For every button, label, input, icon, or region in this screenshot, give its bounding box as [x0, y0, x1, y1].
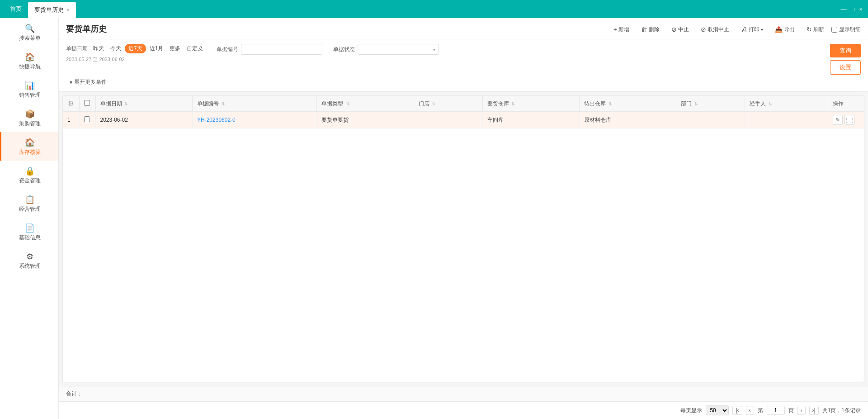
date-filter-buttons: 昨天 今天 近7天 近1月 更多 自定义 — [90, 44, 206, 53]
minimize-icon[interactable]: — — [841, 6, 847, 13]
top-bar: 首页 要货单历史 × — □ × — [0, 0, 868, 18]
home-tab-label: 首页 — [10, 5, 22, 13]
date-btn-7days[interactable]: 近7天 — [125, 44, 146, 53]
sidebar-item-label: 快捷导航 — [19, 63, 41, 71]
tab-active[interactable]: 要货单历史 × — [28, 2, 76, 18]
sidebar-item-label: 采购管理 — [19, 120, 41, 128]
print-label: 打印 — [749, 26, 760, 33]
toolbar: + 新增 🗑 删除 ⊘ 中止 ⊘ 取消中止 — [609, 24, 861, 35]
close-tab-icon[interactable]: × — [66, 7, 70, 13]
date-btn-today[interactable]: 今天 — [108, 44, 124, 53]
col-req-warehouse-label: 要货仓库 — [487, 100, 509, 107]
row-date: 2023-06-02 — [95, 112, 193, 129]
sidebar: 🔍 搜索菜单 🏠 快捷导航 📊 销售管理 📦 采购管理 🏠 库存核算 🔒 资金管… — [0, 18, 59, 419]
col-dept-label: 部门 — [681, 100, 692, 107]
data-table: ⚙ 单据日期 ⇅ 单据编号 ⇅ — [63, 96, 864, 129]
sort-dept-icon[interactable]: ⇅ — [694, 101, 698, 106]
doc-no-input[interactable] — [241, 44, 322, 55]
col-settings: ⚙ — [63, 96, 79, 112]
show-detail-label: 显示明细 — [839, 26, 861, 33]
row-doc-type: 要货单要货 — [317, 112, 414, 129]
prev-page-button[interactable]: ‹ — [746, 406, 754, 415]
col-handler: 经手人 ⇅ — [745, 96, 828, 112]
query-button[interactable]: 查询 — [830, 44, 861, 57]
settings-button[interactable]: 设置 — [830, 60, 861, 75]
tab-home[interactable]: 首页 — [4, 0, 28, 18]
cancel-suspend-button[interactable]: ⊘ 取消中止 — [696, 24, 734, 35]
page-suffix: 页 — [788, 407, 794, 414]
close-window-icon[interactable]: × — [859, 6, 863, 13]
expand-more-btn[interactable]: ▾ 展开更多条件 — [66, 77, 861, 87]
sidebar-item-purchase-mgmt[interactable]: 📦 采购管理 — [0, 104, 58, 132]
col-action: 操作 — [828, 96, 864, 112]
row-handler — [745, 112, 828, 129]
ops-mgmt-icon: 📋 — [25, 195, 35, 204]
sidebar-item-inventory-calc[interactable]: 🏠 库存核算 — [0, 132, 58, 161]
sort-doc-type-icon[interactable]: ⇅ — [346, 101, 349, 106]
maximize-icon[interactable]: □ — [851, 6, 855, 13]
delete-label: 删除 — [649, 26, 660, 33]
date-range-display: 2023-05-27 至 2023-06-02 — [66, 56, 206, 63]
per-page-label: 每页显示 — [680, 407, 702, 414]
sidebar-item-basic-info[interactable]: 📄 基础信息 — [0, 218, 58, 246]
sidebar-item-label: 经营管理 — [19, 205, 41, 213]
sidebar-item-quick-nav[interactable]: 🏠 快捷导航 — [0, 47, 58, 75]
date-btn-more[interactable]: 更多 — [167, 44, 183, 53]
sidebar-item-label: 系统管理 — [19, 262, 41, 270]
doc-no-link[interactable]: YH-20230602-0 — [197, 117, 236, 123]
row-dept — [676, 112, 745, 129]
sidebar-item-sys-mgmt[interactable]: ⚙ 系统管理 — [0, 246, 58, 275]
last-page-button[interactable]: ›| — [809, 406, 819, 415]
col-req-warehouse: 要货仓库 ⇅ — [482, 96, 579, 112]
sort-date-icon[interactable]: ⇅ — [124, 101, 128, 106]
sort-doc-no-icon[interactable]: ⇅ — [221, 101, 225, 106]
show-detail-checkbox[interactable] — [831, 27, 837, 33]
col-checkbox — [79, 96, 95, 112]
sort-handler-icon[interactable]: ⇅ — [769, 101, 772, 106]
col-doc-no: 单据编号 ⇅ — [193, 96, 317, 112]
print-button[interactable]: 🖨 打印 ▾ — [736, 24, 768, 35]
suspend-button[interactable]: ⊘ 中止 — [667, 24, 693, 35]
main-layout: 🔍 搜索菜单 🏠 快捷导航 📊 销售管理 📦 采购管理 🏠 库存核算 🔒 资金管… — [0, 18, 868, 419]
sort-pending-warehouse-icon[interactable]: ⇅ — [608, 101, 612, 106]
sidebar-item-label: 搜索菜单 — [19, 34, 41, 42]
row-select-checkbox[interactable] — [84, 116, 90, 122]
col-action-label: 操作 — [833, 100, 844, 107]
print-dropdown-icon: ▾ — [761, 27, 763, 32]
date-btn-yesterday[interactable]: 昨天 — [90, 44, 107, 53]
date-btn-custom[interactable]: 自定义 — [184, 44, 206, 53]
suspend-label: 中止 — [678, 26, 689, 33]
add-button[interactable]: + 新增 — [609, 24, 634, 35]
next-page-button[interactable]: › — [797, 406, 806, 415]
sidebar-item-search-menu[interactable]: 🔍 搜索菜单 — [0, 18, 58, 47]
export-button[interactable]: 📤 导出 — [770, 24, 799, 35]
more-action-icon[interactable]: ⋮⋮ — [844, 115, 854, 125]
filter-actions: 查询 设置 — [830, 44, 861, 75]
first-page-button[interactable]: |‹ — [732, 406, 742, 415]
col-store-label: 门店 — [419, 100, 429, 107]
pagination: 每页显示 50 100 200 |‹ ‹ 第 页 › ›| 共1页，1条记录 — [59, 401, 868, 419]
select-all-checkbox[interactable] — [84, 100, 90, 106]
delete-button[interactable]: 🗑 删除 — [637, 24, 664, 35]
sort-req-warehouse-icon[interactable]: ⇅ — [511, 101, 515, 106]
sort-store-icon[interactable]: ⇅ — [432, 101, 435, 106]
row-checkbox — [79, 112, 95, 129]
col-date-label: 单据日期 — [100, 100, 122, 107]
date-btn-1month[interactable]: 近1月 — [147, 44, 166, 53]
status-label: 单据状态 — [333, 46, 355, 53]
col-pending-warehouse-label: 待出仓库 — [584, 100, 606, 107]
basic-info-icon: 📄 — [25, 224, 35, 232]
show-detail-toggle[interactable]: 显示明细 — [831, 26, 861, 33]
column-settings-icon[interactable]: ⚙ — [67, 100, 75, 108]
edit-action-icon[interactable]: ✎ — [833, 115, 843, 125]
suspend-icon: ⊘ — [671, 26, 677, 33]
page-input[interactable] — [767, 406, 785, 415]
refresh-button[interactable]: ↻ 刷新 — [802, 24, 829, 35]
sidebar-item-sales-mgmt[interactable]: 📊 销售管理 — [0, 75, 58, 104]
sidebar-item-finance-mgmt[interactable]: 🔒 资金管理 — [0, 161, 58, 189]
col-doc-type: 单据类型 ⇅ — [317, 96, 414, 112]
per-page-select[interactable]: 50 100 200 — [706, 405, 729, 415]
sidebar-item-ops-mgmt[interactable]: 📋 经营管理 — [0, 189, 58, 218]
refresh-label: 刷新 — [813, 26, 824, 33]
status-select[interactable] — [358, 44, 439, 55]
